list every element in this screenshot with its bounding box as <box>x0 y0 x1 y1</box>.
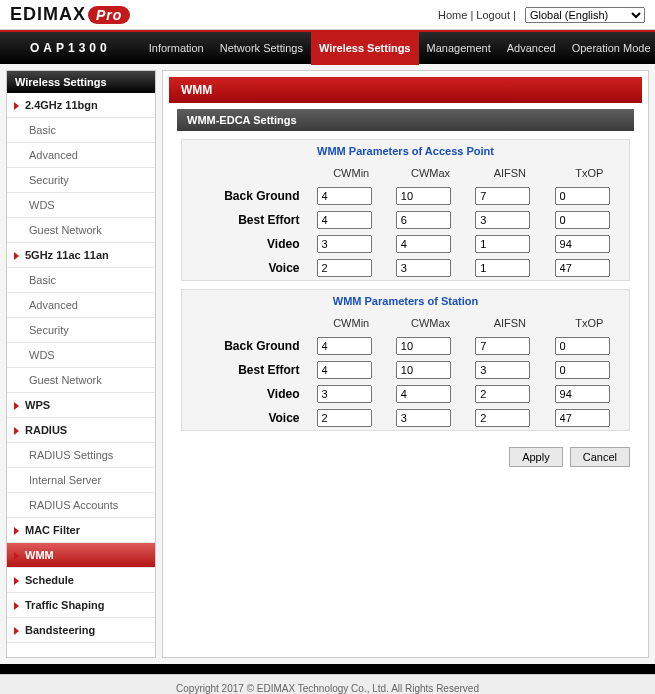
st-best-effort-cwmin[interactable] <box>317 361 372 379</box>
ap-back-ground-cwmax[interactable] <box>396 187 451 205</box>
sidebar-item-basic[interactable]: Basic <box>7 268 155 293</box>
sidebar-item-wds[interactable]: WDS <box>7 343 155 368</box>
nav-management[interactable]: Management <box>419 31 499 65</box>
sidebar-item-radius-settings[interactable]: RADIUS Settings <box>7 443 155 468</box>
logo-pro: Pro <box>88 6 130 24</box>
sidebar-item-wps[interactable]: WPS <box>7 393 155 418</box>
sidebar-item-wmm[interactable]: WMM <box>7 543 155 568</box>
ap-best-effort-cwmax[interactable] <box>396 211 451 229</box>
footer-text: Copyright 2017 © EDIMAX Technology Co., … <box>0 674 655 694</box>
ap-voice-cwmin[interactable] <box>317 259 372 277</box>
ap-title: WMM Parameters of Access Point <box>182 140 630 163</box>
sidebar-title: Wireless Settings <box>7 71 155 93</box>
apply-button[interactable]: Apply <box>509 447 563 467</box>
row-label: Voice <box>182 406 312 431</box>
ap-video-cwmin[interactable] <box>317 235 372 253</box>
sidebar-item-mac-filter[interactable]: MAC Filter <box>7 518 155 543</box>
section-title: WMM-EDCA Settings <box>177 109 634 131</box>
col-txop: TxOP <box>550 312 630 334</box>
sidebar-item-traffic-shaping[interactable]: Traffic Shaping <box>7 593 155 618</box>
logo: EDIMAXPro <box>10 4 130 25</box>
sidebar-item-radius[interactable]: RADIUS <box>7 418 155 443</box>
st-voice-cwmin[interactable] <box>317 409 372 427</box>
col-aifsn: AIFSN <box>470 312 549 334</box>
sidebar-item-advanced[interactable]: Advanced <box>7 143 155 168</box>
st-title: WMM Parameters of Station <box>182 290 630 313</box>
home-link[interactable]: Home <box>438 9 467 21</box>
ap-voice-txop[interactable] <box>555 259 610 277</box>
st-back-ground-cwmax[interactable] <box>396 337 451 355</box>
ap-best-effort-txop[interactable] <box>555 211 610 229</box>
sidebar-item-advanced[interactable]: Advanced <box>7 293 155 318</box>
st-back-ground-cwmin[interactable] <box>317 337 372 355</box>
row-label: Back Ground <box>182 334 312 358</box>
lang-select[interactable]: Global (English) <box>525 7 645 23</box>
nav-information[interactable]: Information <box>141 31 212 65</box>
button-row: Apply Cancel <box>181 447 630 467</box>
st-back-ground-txop[interactable] <box>555 337 610 355</box>
nav-advanced[interactable]: Advanced <box>499 31 564 65</box>
row-label: Back Ground <box>182 184 312 208</box>
st-video-cwmin[interactable] <box>317 385 372 403</box>
st-video-cwmax[interactable] <box>396 385 451 403</box>
col-cwmax: CWMax <box>391 162 470 184</box>
row-label: Best Effort <box>182 208 312 232</box>
ap-video-aifsn[interactable] <box>475 235 530 253</box>
sidebar-item-schedule[interactable]: Schedule <box>7 568 155 593</box>
nav-wireless-settings[interactable]: Wireless Settings <box>311 31 419 65</box>
nav-operation-mode[interactable]: Operation Mode <box>564 31 655 65</box>
sidebar-item-wds[interactable]: WDS <box>7 193 155 218</box>
st-best-effort-txop[interactable] <box>555 361 610 379</box>
ap-back-ground-aifsn[interactable] <box>475 187 530 205</box>
st-best-effort-aifsn[interactable] <box>475 361 530 379</box>
sidebar-item-bandsteering[interactable]: Bandsteering <box>7 618 155 643</box>
row-label: Best Effort <box>182 358 312 382</box>
ap-voice-cwmax[interactable] <box>396 259 451 277</box>
sidebar-item-security[interactable]: Security <box>7 318 155 343</box>
footer-strip <box>0 664 655 674</box>
ap-best-effort-cwmin[interactable] <box>317 211 372 229</box>
st-video-txop[interactable] <box>555 385 610 403</box>
row-label: Video <box>182 382 312 406</box>
st-best-effort-cwmax[interactable] <box>396 361 451 379</box>
nav-network-settings[interactable]: Network Settings <box>212 31 311 65</box>
sidebar-item-internal-server[interactable]: Internal Server <box>7 468 155 493</box>
ap-voice-aifsn[interactable] <box>475 259 530 277</box>
ap-back-ground-txop[interactable] <box>555 187 610 205</box>
col-aifsn: AIFSN <box>470 162 549 184</box>
logout-link[interactable]: Logout <box>476 9 510 21</box>
col-cwmax: CWMax <box>391 312 470 334</box>
st-back-ground-aifsn[interactable] <box>475 337 530 355</box>
ap-video-txop[interactable] <box>555 235 610 253</box>
col-cwmin: CWMin <box>312 312 391 334</box>
col-txop: TxOP <box>550 162 630 184</box>
sidebar: Wireless Settings 2.4GHz 11bgnBasicAdvan… <box>6 70 156 658</box>
sidebar-item-radius-accounts[interactable]: RADIUS Accounts <box>7 493 155 518</box>
ap-back-ground-cwmin[interactable] <box>317 187 372 205</box>
st-table: WMM Parameters of Station CWMin CWMax AI… <box>181 289 630 431</box>
st-video-aifsn[interactable] <box>475 385 530 403</box>
ap-best-effort-aifsn[interactable] <box>475 211 530 229</box>
model-label: OAP1300 <box>0 41 141 55</box>
col-cwmin: CWMin <box>312 162 391 184</box>
page-title: WMM <box>169 77 642 103</box>
toplinks: Home | Logout | Global (English) <box>438 7 645 23</box>
navbar: OAP1300 Information Network Settings Wir… <box>0 30 655 64</box>
st-voice-txop[interactable] <box>555 409 610 427</box>
topbar: EDIMAXPro Home | Logout | Global (Englis… <box>0 0 655 30</box>
sidebar-item-guest-network[interactable]: Guest Network <box>7 218 155 243</box>
row-label: Video <box>182 232 312 256</box>
sidebar-item-security[interactable]: Security <box>7 168 155 193</box>
st-voice-cwmax[interactable] <box>396 409 451 427</box>
st-voice-aifsn[interactable] <box>475 409 530 427</box>
row-label: Voice <box>182 256 312 281</box>
cancel-button[interactable]: Cancel <box>570 447 630 467</box>
ap-table: WMM Parameters of Access Point CWMin CWM… <box>181 139 630 281</box>
ap-video-cwmax[interactable] <box>396 235 451 253</box>
sidebar-item-guest-network[interactable]: Guest Network <box>7 368 155 393</box>
main-panel: WMM WMM-EDCA Settings WMM Parameters of … <box>162 70 649 658</box>
sidebar-item-2-4ghz-11bgn[interactable]: 2.4GHz 11bgn <box>7 93 155 118</box>
sidebar-item-5ghz-11ac-11an[interactable]: 5GHz 11ac 11an <box>7 243 155 268</box>
sidebar-item-basic[interactable]: Basic <box>7 118 155 143</box>
